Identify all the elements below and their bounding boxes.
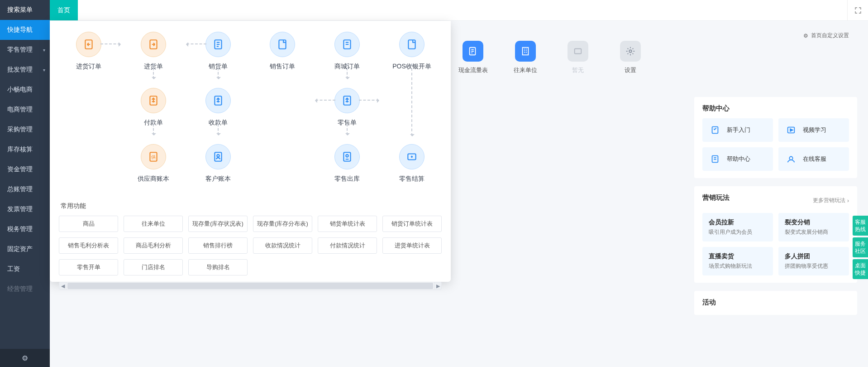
help-item-label: 新手入门 xyxy=(727,126,750,134)
card-desc: 吸引用户成为会员 xyxy=(709,228,767,236)
scroll-thumb[interactable] xyxy=(67,283,433,289)
chip-community[interactable]: 服务 社区 xyxy=(853,237,868,257)
flow-empty xyxy=(253,88,312,144)
flow-node-retail-out[interactable]: 零售出库 xyxy=(317,144,377,200)
cf-button[interactable]: 导购排名 xyxy=(188,259,248,275)
flow-node-payment[interactable]: 付款单 xyxy=(124,88,183,144)
shortcut-cashflow[interactable]: 现金流量表 xyxy=(453,41,493,74)
sidebar-item-purchase[interactable]: 采购管理 xyxy=(0,120,50,140)
flow-node-supplier-ledger[interactable]: 供 供应商账本 xyxy=(124,144,183,200)
cf-button[interactable]: 现存量(库存状况表) xyxy=(188,216,248,232)
flow-node-purchase-note[interactable]: 进货单 xyxy=(124,32,183,88)
sidebar-item-assets[interactable]: 固定资产 xyxy=(0,239,50,259)
flow-node-label: 商城订单 xyxy=(317,63,377,71)
svg-rect-1 xyxy=(523,48,529,55)
cf-button[interactable]: 付款情况统计 xyxy=(318,237,377,254)
sidebar-item-more[interactable]: 经营管理 xyxy=(0,279,50,299)
panel-title: 营销玩法 xyxy=(702,193,730,202)
flow-node-receipt[interactable]: 收款单 xyxy=(188,88,248,144)
document-icon xyxy=(709,153,721,165)
card-title: 会员拉新 xyxy=(709,218,767,227)
sidebar-item-label: 零售管理 xyxy=(7,46,33,54)
sidebar-item-ledger[interactable]: 总账管理 xyxy=(0,179,50,199)
cf-button[interactable]: 收款情况统计 xyxy=(253,237,312,254)
help-item-newbie[interactable]: 新手入门 xyxy=(702,118,773,142)
help-item-video[interactable]: 视频学习 xyxy=(778,118,849,142)
flow-node-pos[interactable]: POS收银开单 xyxy=(382,32,442,88)
gear-icon xyxy=(620,41,641,62)
doc-in-icon xyxy=(76,32,101,57)
doc-out-icon xyxy=(141,32,166,57)
help-item-center[interactable]: 帮助中心 xyxy=(702,147,773,171)
flow-node-purchase-order[interactable]: 进货订单 xyxy=(59,32,119,88)
scroll-right-icon[interactable]: ▶ xyxy=(434,282,441,290)
settings-gear-button[interactable]: ⚙ xyxy=(0,349,50,367)
panel-title: 活动 xyxy=(702,298,849,307)
flow-node-customer-ledger[interactable]: 客户账本 xyxy=(188,144,248,200)
sidebar-item-ecom[interactable]: 电商管理 xyxy=(0,100,50,120)
sidebar-item-funds[interactable]: 资金管理 xyxy=(0,159,50,179)
marketing-card[interactable]: 直播卖货 场景式购物新玩法 xyxy=(702,247,773,275)
sidebar-item-salary[interactable]: 工资 xyxy=(0,259,50,279)
shortcut-contacts[interactable]: 往来单位 xyxy=(505,41,546,74)
cashflow-icon xyxy=(463,41,483,62)
cf-button[interactable]: 门店排名 xyxy=(124,259,183,275)
svg-rect-4 xyxy=(712,127,718,134)
chip-desktop[interactable]: 桌面 快捷 xyxy=(853,259,868,279)
cf-button[interactable]: 现存量(库存分布表) xyxy=(253,216,312,232)
flow-node-retail-note[interactable]: 零售单 xyxy=(317,88,377,144)
marketing-card[interactable]: 会员拉新 吸引用户成为会员 xyxy=(702,213,773,241)
horizontal-scrollbar[interactable]: ◀ ▶ xyxy=(59,282,442,290)
cf-button[interactable]: 零售开单 xyxy=(59,259,118,275)
panel-title: 帮助中心 xyxy=(702,104,849,113)
help-item-support[interactable]: 在线客服 xyxy=(778,147,849,171)
placeholder-icon xyxy=(568,41,588,62)
svg-text:供: 供 xyxy=(151,155,156,159)
money-icon xyxy=(334,88,360,113)
list-icon xyxy=(205,32,231,57)
flow-node-mall-order[interactable]: 商城订单 xyxy=(317,32,377,88)
chevron-down-icon: ▾ xyxy=(43,48,45,53)
sidebar-item-ecom-small[interactable]: 小畅电商 xyxy=(0,80,50,100)
more-marketing-link[interactable]: 更多营销玩法› xyxy=(813,197,849,204)
list-icon xyxy=(334,32,360,57)
cf-button[interactable]: 销售排行榜 xyxy=(188,237,248,254)
marketing-card[interactable]: 多人拼团 拼团购物享受优惠 xyxy=(778,247,849,275)
play-icon xyxy=(785,124,797,136)
sidebar-item-label: 采购管理 xyxy=(7,126,33,134)
cf-button[interactable]: 销货单统计表 xyxy=(318,216,377,232)
arrow-icon xyxy=(359,100,379,101)
flow-grid: 进货订单 进货单 销货单 销售订单 商城订单 POS收银开单 xyxy=(59,32,442,200)
flow-node-retail-settle[interactable]: 零售结算 xyxy=(382,144,442,200)
shortcut-settings[interactable]: 设置 xyxy=(610,41,651,74)
fullscreen-icon[interactable] xyxy=(847,0,868,20)
sidebar-item-retail[interactable]: 零售管理▾ xyxy=(0,40,50,60)
sidebar-item-wholesale[interactable]: 批发管理▾ xyxy=(0,60,50,80)
sidebar-item-label: 快捷导航 xyxy=(7,26,33,34)
sidebar-item-search[interactable]: 搜索菜单 xyxy=(0,0,50,20)
common-functions-grid: 商品 往来单位 现存量(库存状况表) 现存量(库存分布表) 销货单统计表 销货订… xyxy=(59,216,442,275)
shortcut-empty[interactable]: 暂无 xyxy=(558,41,598,74)
flow-node-sales-note[interactable]: 销货单 xyxy=(188,32,248,88)
clipboard-icon xyxy=(709,124,721,136)
cf-button[interactable]: 商品 xyxy=(59,216,118,232)
building-icon xyxy=(515,41,536,62)
sidebar-item-label: 经营管理 xyxy=(7,285,33,293)
cf-button[interactable]: 往来单位 xyxy=(124,216,183,232)
sidebar-item-tax[interactable]: 税务管理 xyxy=(0,219,50,239)
cf-button[interactable]: 销货订单统计表 xyxy=(382,216,442,232)
cf-button[interactable]: 进货单统计表 xyxy=(382,237,442,254)
marketing-card[interactable]: 裂变分销 裂变式发展分销商 xyxy=(778,213,849,241)
flow-node-sales-order[interactable]: 销售订单 xyxy=(253,32,312,88)
sidebar-item-quicknav[interactable]: 快捷导航 xyxy=(0,20,50,40)
scroll-left-icon[interactable]: ◀ xyxy=(59,282,67,290)
cf-button[interactable]: 商品毛利分析 xyxy=(124,237,183,254)
tab-home[interactable]: 首页 xyxy=(50,0,78,20)
sidebar-item-inventory[interactable]: 库存核算 xyxy=(0,140,50,159)
cf-button[interactable]: 销售毛利分析表 xyxy=(59,237,118,254)
panel-activity: 活动 xyxy=(694,291,857,315)
chip-hotline[interactable]: 客服 热线 xyxy=(853,216,868,236)
shortcut-label: 现金流量表 xyxy=(453,66,493,74)
flow-node-label: 供应商账本 xyxy=(124,175,183,183)
sidebar-item-invoice[interactable]: 发票管理 xyxy=(0,199,50,219)
